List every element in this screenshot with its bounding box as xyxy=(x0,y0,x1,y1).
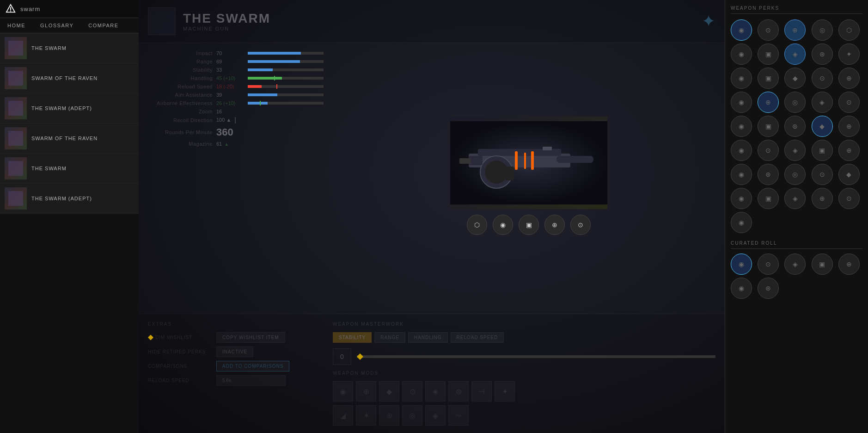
perk-icon-0[interactable]: ⬡ xyxy=(467,215,487,235)
perk-cell[interactable]: ▣ xyxy=(758,68,779,89)
nav-compare[interactable]: COMPARE xyxy=(81,18,126,33)
perk-cell[interactable]: ⊙ xyxy=(812,68,833,89)
perk-cell[interactable]: ◉ xyxy=(731,164,752,185)
perk-cell[interactable]: ⬡ xyxy=(838,19,860,41)
mod-slot[interactable]: ◢ xyxy=(333,405,353,426)
perk-cell[interactable]: ◉ xyxy=(731,19,752,41)
copy-wishlist-button[interactable]: COPY WISHLIST ITEM xyxy=(216,332,285,343)
mod-slot[interactable]: ⊛ xyxy=(448,381,469,402)
perk-icon-4[interactable]: ⊙ xyxy=(570,215,591,235)
list-item[interactable]: Swarm of the Raven xyxy=(0,63,139,93)
list-item[interactable]: THE SWARM (Adept) xyxy=(0,93,139,124)
perk-cell[interactable]: ◎ xyxy=(784,92,806,113)
curated-perk-cell[interactable]: ◈ xyxy=(784,254,806,275)
perk-cell[interactable]: ◈ xyxy=(784,43,806,65)
perk-cell[interactable]: ⊙ xyxy=(758,140,779,161)
weapon-icon xyxy=(5,67,27,89)
list-item[interactable]: THE SWARM xyxy=(0,154,139,184)
perk-cell[interactable]: ◉ xyxy=(731,68,752,89)
perk-cell[interactable]: ⊕ xyxy=(838,140,860,161)
svg-point-8 xyxy=(485,161,508,184)
perk-cell[interactable]: ⊕ xyxy=(812,188,833,209)
perk-cell[interactable]: ▣ xyxy=(758,116,779,137)
mod-slot[interactable]: ✦ xyxy=(495,381,515,402)
perk-cell[interactable]: ◎ xyxy=(784,164,806,185)
perk-cell[interactable]: ⊕ xyxy=(838,116,860,137)
perk-cell[interactable]: ▣ xyxy=(812,140,833,161)
mod-slot[interactable]: ◆ xyxy=(379,381,399,402)
stat-bar-fill xyxy=(248,102,268,105)
perk-cell[interactable]: ⊙ xyxy=(838,188,860,209)
perk-cell[interactable]: ◉ xyxy=(731,212,752,233)
mw-tab-range[interactable]: RANGE xyxy=(374,332,405,343)
curated-perk-cell[interactable]: ▣ xyxy=(812,254,833,275)
curated-perk-cell[interactable]: ⊙ xyxy=(758,254,779,275)
mod-slot[interactable]: ◎ xyxy=(402,405,422,426)
mod-slot[interactable]: ⊙ xyxy=(402,381,422,402)
curated-roll-title: CURATED ROLL xyxy=(731,241,862,249)
mw-tab-handling[interactable]: HANDLING xyxy=(408,332,448,343)
mod-slot[interactable]: ⊣ xyxy=(471,381,492,402)
perk-cell[interactable]: ◈ xyxy=(812,92,833,113)
perk-icon-1[interactable]: ◉ xyxy=(493,215,513,235)
perk-icon-2[interactable]: ▣ xyxy=(519,215,539,235)
curated-perk-cell[interactable]: ⊕ xyxy=(838,254,860,275)
inactive-button[interactable]: INACTIVE xyxy=(216,346,253,357)
stat-value-reload: 18 (-20) xyxy=(216,84,244,89)
weapon-icon xyxy=(5,127,27,149)
curated-perk-cell[interactable]: ⊛ xyxy=(758,278,779,299)
perk-cell[interactable]: ◆ xyxy=(812,116,833,137)
perk-cell[interactable]: ◆ xyxy=(784,68,806,89)
weapon-thumbnail xyxy=(148,7,176,35)
perk-icon-3[interactable]: ⊕ xyxy=(544,215,565,235)
nav-glossary[interactable]: GLOSSARY xyxy=(33,18,81,33)
mods-title: WEAPON MODS xyxy=(333,371,715,376)
mod-slot[interactable]: ◈ xyxy=(425,381,446,402)
mod-slot[interactable]: ◉ xyxy=(333,381,353,402)
mod-slot[interactable]: HA xyxy=(448,405,469,426)
perk-cell[interactable]: ◆ xyxy=(838,164,860,185)
stat-label-handling: Handling xyxy=(148,75,213,81)
perk-cell[interactable]: ⊛ xyxy=(758,164,779,185)
perk-cell[interactable]: ◉ xyxy=(731,116,752,137)
perk-cell[interactable]: ⊙ xyxy=(758,19,779,41)
perk-cell[interactable]: ◉ xyxy=(731,140,752,161)
weapon-icon xyxy=(5,187,27,210)
perk-cell[interactable]: ◎ xyxy=(812,19,833,41)
perk-cell[interactable]: ⊛ xyxy=(784,116,806,137)
mw-tab-stability[interactable]: STABILITY xyxy=(333,332,372,343)
dim-wishlist-label: DIM WISHLIST xyxy=(148,335,213,340)
perk-cell[interactable]: ◉ xyxy=(731,188,752,209)
stat-bar-marker xyxy=(260,101,261,105)
svg-point-2 xyxy=(10,11,11,12)
perk-cell[interactable]: ◉ xyxy=(731,43,752,65)
stat-bar-stability xyxy=(248,68,324,71)
mod-slot[interactable]: ◈ xyxy=(425,405,446,426)
nav-home[interactable]: HOME xyxy=(0,18,33,33)
perk-cell[interactable]: ◉ xyxy=(731,92,752,113)
perk-cell[interactable]: ⊕ xyxy=(758,92,779,113)
perk-cell[interactable]: ◈ xyxy=(784,188,806,209)
perk-cell[interactable]: ⊙ xyxy=(812,164,833,185)
mod-slot[interactable]: ⊛ xyxy=(379,405,399,426)
mw-tab-reload[interactable]: RELOAD SPEED xyxy=(451,332,504,343)
perk-cell[interactable]: ✦ xyxy=(838,43,860,65)
perk-cell[interactable]: ⊙ xyxy=(838,92,860,113)
curated-perk-cell[interactable]: ◉ xyxy=(731,278,752,299)
perk-cell[interactable]: ▣ xyxy=(758,188,779,209)
mod-slot[interactable]: ✶ xyxy=(356,405,376,426)
perk-cell[interactable]: ⊛ xyxy=(812,43,833,65)
list-item[interactable]: Swarm of the Raven xyxy=(0,124,139,154)
weapon-perk-row: ⬡ ◉ ▣ ⊕ ⊙ xyxy=(458,209,600,241)
mod-slot[interactable]: ⊕ xyxy=(356,381,376,402)
add-to-comparisons-button[interactable]: ADD TO COMPARISONS xyxy=(216,361,289,371)
list-item[interactable]: THE SWARM (Adept) xyxy=(0,184,139,214)
list-item[interactable]: THE SWARM xyxy=(0,33,139,63)
comparisons-label: COMPARISONS xyxy=(148,364,213,369)
perk-cell[interactable]: ⊕ xyxy=(784,19,806,41)
perk-cell[interactable]: ⊕ xyxy=(838,68,860,89)
curated-perk-cell[interactable]: ◉ xyxy=(731,254,752,275)
masterwork-slider[interactable] xyxy=(357,355,715,358)
perk-cell[interactable]: ▣ xyxy=(758,43,779,65)
perk-cell[interactable]: ◈ xyxy=(784,140,806,161)
